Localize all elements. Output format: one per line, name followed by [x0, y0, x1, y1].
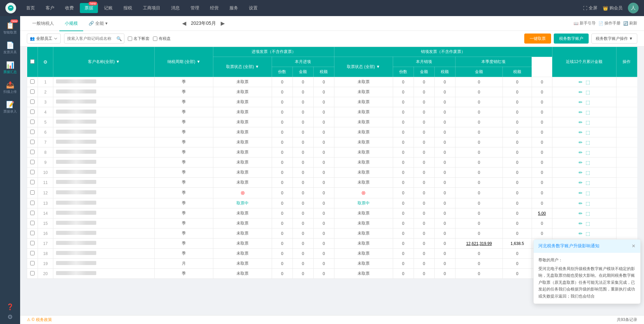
copy-action-icon[interactable]: ⬚	[586, 140, 590, 145]
copy-action-icon[interactable]: ⬚	[586, 170, 590, 175]
tax-plate-checkbox[interactable]	[153, 37, 157, 41]
edit-action-icon[interactable]: ✏	[579, 150, 583, 155]
search-input[interactable]	[64, 34, 124, 44]
tab-small-scale[interactable]: 小规模	[59, 16, 83, 31]
copy-action-icon[interactable]: ⬚	[586, 110, 590, 115]
edit-action-icon[interactable]: ✏	[579, 170, 583, 175]
edit-action-icon[interactable]: ✏	[579, 211, 583, 216]
row-select-checkbox[interactable]	[30, 160, 35, 164]
nav-item-tax[interactable]: 报税	[119, 3, 137, 13]
sidebar-settings[interactable]: ⚙	[7, 313, 13, 321]
edit-action-icon[interactable]: ✏	[579, 160, 583, 165]
row-select-checkbox[interactable]	[30, 211, 35, 215]
row-select-checkbox[interactable]	[30, 241, 35, 245]
copy-action-icon[interactable]: ⬚	[586, 201, 590, 206]
tax-policy-link[interactable]: ⚠ © 税务政策	[27, 317, 52, 323]
edit-action-icon[interactable]: ✏	[579, 130, 583, 135]
nav-item-service[interactable]: 服务	[225, 3, 243, 13]
fullscreen-button[interactable]: ⛶ 全屏	[583, 5, 597, 11]
refresh-button[interactable]: 🔄 刷新	[623, 20, 637, 26]
row-select-checkbox[interactable]	[30, 140, 35, 144]
copy-action-icon[interactable]: ⬚	[586, 211, 590, 216]
sidebar-item-scan-upload[interactable]: 📤 扫描上传	[1, 78, 19, 96]
manual-link[interactable]: 📄 操作手册	[598, 20, 621, 26]
tab-general-taxpayer[interactable]: 一般纳税人	[27, 16, 59, 31]
edit-action-icon[interactable]: ✏	[579, 231, 583, 236]
th-client[interactable]: 客户名称(全部) ▼	[53, 47, 154, 77]
copy-action-icon[interactable]: ⬚	[586, 120, 590, 125]
nav-item-message[interactable]: 消息	[166, 3, 184, 13]
th-tax-period[interactable]: 纳税周期 (全部) ▼	[155, 47, 213, 77]
nav-item-operation[interactable]: 经营	[205, 3, 223, 13]
row-select-checkbox[interactable]	[30, 271, 35, 275]
nav-item-settings[interactable]: 设置	[244, 3, 262, 13]
row-select-checkbox[interactable]	[30, 201, 35, 205]
row-select-checkbox[interactable]	[30, 110, 35, 114]
row-select-checkbox[interactable]	[30, 89, 35, 94]
row-select-checkbox[interactable]	[30, 79, 35, 84]
tab-all[interactable]: 🔗 全能 ▾	[83, 16, 113, 31]
copy-action-icon[interactable]: ⬚	[586, 160, 590, 165]
copy-action-icon[interactable]: ⬚	[586, 221, 590, 226]
member-button[interactable]: 👑 购会员	[603, 5, 623, 11]
edit-action-icon[interactable]: ✏	[579, 89, 583, 95]
th-sales-status[interactable]: 取票状态 (全部) ▼	[334, 57, 393, 77]
copy-action-icon[interactable]: ⬚	[586, 231, 590, 236]
user-avatar[interactable]: 人	[628, 3, 639, 13]
tax-plate-filter-label[interactable]: 有税盘	[153, 36, 171, 42]
nav-item-invoice[interactable]: 票据 new	[80, 3, 98, 13]
sidebar-item-smart-ticket[interactable]: 📋 智能取票 new	[1, 19, 19, 37]
edit-action-icon[interactable]: ✏	[579, 140, 583, 145]
row-select-checkbox[interactable]	[30, 190, 35, 195]
edit-action-icon[interactable]: ✏	[579, 79, 583, 85]
not-fetched-sales-status: 未取票	[358, 150, 370, 154]
nav-item-accounting[interactable]: 记账	[99, 3, 117, 13]
th-setting[interactable]: ⚙	[38, 47, 53, 77]
row-select-checkbox[interactable]	[30, 221, 35, 225]
ledger-checkbox[interactable]	[128, 37, 132, 41]
copy-action-icon[interactable]: ⬚	[586, 180, 590, 185]
copy-action-icon[interactable]: ⬚	[586, 130, 590, 135]
edit-action-icon[interactable]: ✏	[579, 180, 583, 185]
nav-item-fee[interactable]: 收费	[60, 3, 78, 13]
copy-action-icon[interactable]: ⬚	[586, 190, 590, 196]
row-select-checkbox[interactable]	[30, 100, 35, 104]
copy-action-icon[interactable]: ⬚	[586, 150, 590, 155]
sidebar-item-open-invoice[interactable]: 📄 发票开具	[1, 39, 19, 57]
copy-action-icon[interactable]: ⬚	[586, 79, 590, 85]
edit-action-icon[interactable]: ✏	[579, 190, 583, 196]
select-all-checkbox[interactable]	[30, 59, 35, 64]
row-select-checkbox[interactable]	[30, 170, 35, 174]
sidebar-item-invoice-summary[interactable]: 📊 票据汇总	[1, 58, 19, 77]
nav-item-client[interactable]: 客户	[41, 3, 59, 13]
nav-item-manage[interactable]: 管理	[186, 3, 204, 13]
th-income-status[interactable]: 取票状态 (全部) ▼	[213, 57, 272, 77]
sidebar-help[interactable]: ❓	[6, 303, 14, 311]
ledger-filter-label[interactable]: 名下帐套	[128, 36, 150, 42]
edit-action-icon[interactable]: ✏	[579, 120, 583, 125]
notification-close-button[interactable]: ✕	[632, 243, 636, 249]
row-select-checkbox[interactable]	[30, 180, 35, 184]
tax-account-ops-button[interactable]: 税务数字账户操作 ▼	[591, 34, 637, 44]
prev-month-button[interactable]: ◀	[180, 19, 188, 27]
tax-account-button[interactable]: 税务数字账户	[554, 34, 589, 44]
employee-filter[interactable]: 👥 全部员工	[27, 34, 61, 44]
row-select-checkbox[interactable]	[30, 231, 35, 235]
nav-item-business[interactable]: 工商项目	[138, 3, 165, 13]
quick-ticket-button[interactable]: 一键取票	[524, 34, 551, 44]
row-select-checkbox[interactable]	[30, 261, 35, 265]
edit-action-icon[interactable]: ✏	[579, 100, 583, 105]
row-select-checkbox[interactable]	[30, 150, 35, 154]
row-select-checkbox[interactable]	[30, 130, 35, 134]
copy-action-icon[interactable]: ⬚	[586, 89, 590, 95]
edit-action-icon[interactable]: ✏	[579, 201, 583, 206]
edit-action-icon[interactable]: ✏	[579, 221, 583, 226]
edit-action-icon[interactable]: ✏	[579, 110, 583, 115]
copy-action-icon[interactable]: ⬚	[586, 100, 590, 105]
next-month-button[interactable]: ▶	[219, 19, 227, 27]
new-user-guide-link[interactable]: 📖 新手引导	[574, 20, 596, 26]
row-select-checkbox[interactable]	[30, 120, 35, 124]
nav-item-home[interactable]: 首页	[21, 3, 40, 13]
sidebar-item-invoice-entry[interactable]: 📝 票据录入	[1, 98, 19, 116]
row-select-checkbox[interactable]	[30, 251, 35, 255]
